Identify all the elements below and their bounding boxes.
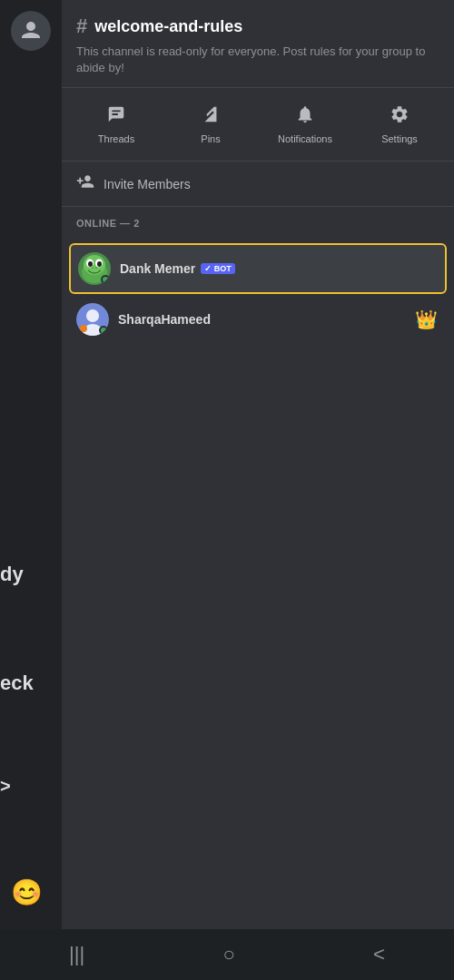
svg-point-4 [88, 261, 93, 267]
online-dot-sharqa [99, 326, 108, 335]
bot-badge: ✓ BOT [201, 263, 235, 274]
toolbar-threads[interactable]: Threads [69, 99, 163, 150]
svg-point-7 [95, 268, 97, 270]
notifications-icon [295, 104, 315, 128]
invite-label: Invite Members [104, 177, 191, 191]
invite-icon [76, 172, 94, 195]
threads-label: Threads [98, 133, 134, 144]
member-name-dank-memer: Dank Memer [120, 261, 195, 276]
member-list: Dank Memer ✓ BOT ⇐ SharqaHameed [62, 243, 454, 343]
nav-home-button[interactable]: ○ [204, 936, 252, 974]
nav-back-button[interactable]: < [355, 936, 403, 974]
partial-text-dy: dy [0, 563, 24, 586]
invite-button[interactable]: Invite Members [76, 172, 439, 195]
member-info-dank-memer: Dank Memer ✓ BOT [120, 261, 438, 276]
member-name-sharqa: SharqaHameed [118, 312, 211, 327]
partial-text-eck: eck [0, 671, 34, 695]
invite-section[interactable]: Invite Members [62, 162, 454, 207]
toolbar: Threads Pins Notifications [62, 88, 454, 162]
bottom-nav: ||| ○ < [0, 929, 454, 980]
emoji-icon: 😊 [11, 877, 43, 907]
toolbar-settings[interactable]: Settings [352, 99, 447, 150]
svg-point-11 [80, 325, 87, 332]
online-section: ONLINE — 2 [62, 207, 454, 243]
member-item-dank-memer[interactable]: Dank Memer ✓ BOT ⇐ [69, 243, 447, 294]
svg-point-9 [86, 309, 99, 322]
main-content: # welcome-and-rules This channel is read… [62, 0, 454, 980]
settings-icon [390, 104, 410, 128]
partial-arrow: > [0, 776, 11, 797]
pins-icon [201, 104, 221, 128]
notifications-label: Notifications [278, 133, 332, 144]
crown-icon: 👑 [415, 309, 438, 330]
channel-name: welcome-and-rules [94, 17, 242, 36]
settings-label: Settings [381, 133, 418, 144]
toolbar-pins[interactable]: Pins [163, 99, 258, 150]
nav-menu-button[interactable]: ||| [51, 936, 103, 974]
pins-label: Pins [201, 133, 220, 144]
threads-icon [106, 104, 126, 128]
hash-icon: # [76, 15, 87, 38]
member-info-sharqa: SharqaHameed [118, 312, 439, 327]
toolbar-notifications[interactable]: Notifications [258, 99, 352, 150]
sidebar-avatar[interactable] [11, 11, 51, 51]
online-header: ONLINE — 2 [76, 218, 439, 229]
online-dot-dank-memer [101, 275, 110, 284]
avatar-dank-memer [78, 252, 111, 285]
channel-header: # welcome-and-rules This channel is read… [62, 0, 454, 88]
member-item-sharqa[interactable]: SharqaHameed 👑 [69, 296, 447, 343]
channel-title: # welcome-and-rules [76, 15, 439, 38]
left-sidebar: dy eck > 😊 [0, 0, 62, 980]
svg-point-6 [92, 268, 94, 270]
svg-point-5 [97, 261, 102, 267]
avatar-sharqa [76, 303, 109, 336]
channel-description: This channel is read-only for everyone. … [76, 44, 439, 76]
